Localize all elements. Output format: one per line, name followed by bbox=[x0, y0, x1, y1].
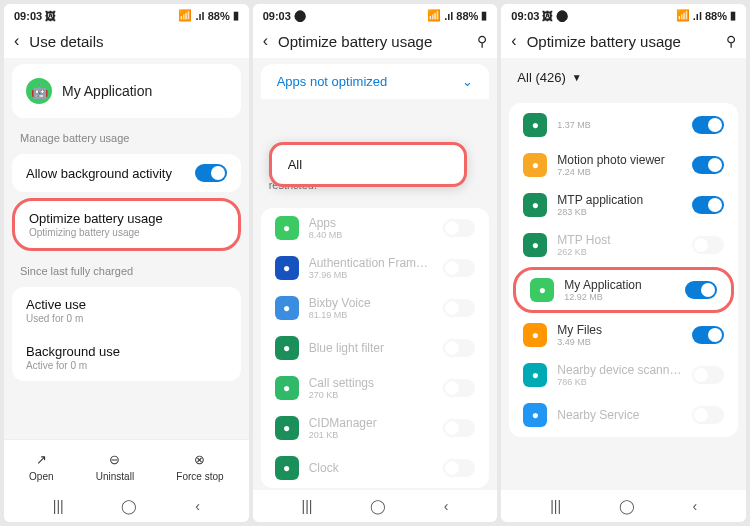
force-stop-label: Force stop bbox=[176, 471, 223, 482]
allow-bg-toggle[interactable] bbox=[195, 164, 227, 182]
app-row[interactable]: ●Nearby device scanning786 KB bbox=[509, 355, 738, 395]
app-toggle[interactable] bbox=[692, 236, 724, 254]
app-name: CIDManager bbox=[309, 416, 434, 430]
allow-bg-label: Allow background activity bbox=[26, 166, 185, 181]
force-stop-button[interactable]: ⊗Force stop bbox=[176, 450, 223, 482]
nav-back[interactable]: ‹ bbox=[692, 498, 697, 514]
app-row[interactable]: ●Authentication Framework37.96 MB bbox=[261, 248, 490, 288]
screen-optimize-dropdown: 09:03⬤ 📶.ıl88%▮ ‹ Optimize battery usage… bbox=[253, 4, 498, 522]
app-toggle[interactable] bbox=[692, 116, 724, 134]
uninstall-label: Uninstall bbox=[96, 471, 134, 482]
app-icon: ● bbox=[275, 216, 299, 240]
app-toggle[interactable] bbox=[692, 366, 724, 384]
filter-label: All (426) bbox=[517, 70, 565, 85]
app-toggle[interactable] bbox=[443, 219, 475, 237]
app-toggle[interactable] bbox=[443, 379, 475, 397]
app-name: Blue light filter bbox=[309, 341, 434, 355]
app-row[interactable]: ●Clock bbox=[261, 448, 490, 488]
app-row[interactable]: ●Blue light filter bbox=[261, 328, 490, 368]
optimize-row[interactable]: Optimize battery usage Optimizing batter… bbox=[15, 201, 238, 248]
status-time: 09:03 bbox=[511, 10, 539, 22]
app-size: 12.92 MB bbox=[564, 292, 675, 302]
signal-icon: .ıl bbox=[693, 10, 702, 22]
open-icon: ↗ bbox=[32, 450, 50, 468]
app-icon: ● bbox=[523, 323, 547, 347]
app-size: 8.40 MB bbox=[309, 230, 434, 240]
signal-icon: .ıl bbox=[444, 10, 453, 22]
app-size: 283 KB bbox=[557, 207, 682, 217]
app-icon: ● bbox=[275, 336, 299, 360]
open-button[interactable]: ↗Open bbox=[29, 450, 53, 482]
app-row[interactable]: ●Apps8.40 MB bbox=[261, 208, 490, 248]
nav-icon: ⬤ bbox=[556, 9, 568, 22]
app-row[interactable]: ●MTP Host262 KB bbox=[509, 225, 738, 265]
app-size: 37.96 MB bbox=[309, 270, 434, 280]
back-icon[interactable]: ‹ bbox=[511, 32, 516, 50]
app-row[interactable]: ●Call settings270 KB bbox=[261, 368, 490, 408]
header: ‹ Optimize battery usage ⚲ bbox=[253, 24, 498, 58]
app-toggle[interactable] bbox=[443, 339, 475, 357]
allow-bg-row[interactable]: Allow background activity bbox=[12, 154, 241, 192]
filter-icon[interactable]: ⚲ bbox=[726, 33, 736, 49]
dropdown-selector[interactable]: Apps not optimized ⌄ bbox=[261, 64, 490, 99]
app-icon: ● bbox=[275, 376, 299, 400]
nav-home[interactable]: ◯ bbox=[370, 498, 386, 514]
back-icon[interactable]: ‹ bbox=[14, 32, 19, 50]
app-toggle[interactable] bbox=[443, 459, 475, 477]
battery-pct: 88% bbox=[208, 10, 230, 22]
app-name: Clock bbox=[309, 461, 434, 475]
battery-pct: 88% bbox=[456, 10, 478, 22]
dropdown-all[interactable]: All bbox=[272, 145, 465, 184]
app-header: 🤖 My Application bbox=[12, 64, 241, 118]
status-bar: 09:03⬤ 📶.ıl88%▮ bbox=[253, 4, 498, 24]
app-toggle[interactable] bbox=[692, 326, 724, 344]
active-use-row: Active use Used for 0 m bbox=[12, 287, 241, 334]
filter-dropdown[interactable]: All (426) ▼ bbox=[501, 58, 746, 97]
picture-icon: 🖼 bbox=[45, 10, 56, 22]
app-toggle[interactable] bbox=[692, 156, 724, 174]
nav-recent[interactable]: ||| bbox=[302, 498, 313, 514]
nav-bar: ||| ◯ ‹ bbox=[253, 490, 498, 522]
nav-home[interactable]: ◯ bbox=[121, 498, 137, 514]
nav-recent[interactable]: ||| bbox=[53, 498, 64, 514]
app-size: 81.19 MB bbox=[309, 310, 434, 320]
picture-icon: 🖼 bbox=[542, 10, 553, 22]
chevron-down-icon: ▼ bbox=[572, 72, 582, 83]
app-row[interactable]: ●1.37 MB bbox=[509, 105, 738, 145]
app-row[interactable]: ●MTP application283 KB bbox=[509, 185, 738, 225]
app-row[interactable]: ●Bixby Voice81.19 MB bbox=[261, 288, 490, 328]
app-icon: ● bbox=[275, 456, 299, 480]
app-toggle[interactable] bbox=[443, 299, 475, 317]
page-title: Use details bbox=[29, 33, 238, 50]
status-time: 09:03 bbox=[263, 10, 291, 22]
app-row[interactable]: ●Motion photo viewer7.24 MB bbox=[509, 145, 738, 185]
status-time: 09:03 bbox=[14, 10, 42, 22]
uninstall-button[interactable]: ⊖Uninstall bbox=[96, 450, 134, 482]
app-toggle[interactable] bbox=[443, 419, 475, 437]
app-icon: ● bbox=[523, 233, 547, 257]
filter-icon[interactable]: ⚲ bbox=[477, 33, 487, 49]
nav-home[interactable]: ◯ bbox=[619, 498, 635, 514]
app-name: My Application bbox=[564, 278, 675, 292]
app-toggle[interactable] bbox=[443, 259, 475, 277]
nav-recent[interactable]: ||| bbox=[550, 498, 561, 514]
dropdown-selected: Apps not optimized bbox=[277, 74, 388, 89]
volume-icon: 📶 bbox=[676, 9, 690, 22]
signal-icon: .ıl bbox=[195, 10, 204, 22]
app-icon: ● bbox=[523, 403, 547, 427]
app-icon: ● bbox=[275, 296, 299, 320]
nav-back[interactable]: ‹ bbox=[195, 498, 200, 514]
app-toggle[interactable] bbox=[692, 196, 724, 214]
app-row[interactable]: ●My Application12.92 MB bbox=[516, 270, 731, 310]
app-name: Motion photo viewer bbox=[557, 153, 682, 167]
app-toggle[interactable] bbox=[692, 406, 724, 424]
nav-back[interactable]: ‹ bbox=[444, 498, 449, 514]
battery-icon: ▮ bbox=[730, 9, 736, 22]
app-toggle[interactable] bbox=[685, 281, 717, 299]
app-row[interactable]: ●CIDManager201 KB bbox=[261, 408, 490, 448]
app-list: ●1.37 MB●Motion photo viewer7.24 MB●MTP … bbox=[509, 103, 738, 437]
app-row[interactable]: ●My Files3.49 MB bbox=[509, 315, 738, 355]
bg-use-row: Background use Active for 0 m bbox=[12, 334, 241, 381]
back-icon[interactable]: ‹ bbox=[263, 32, 268, 50]
app-row[interactable]: ●Nearby Service bbox=[509, 395, 738, 435]
